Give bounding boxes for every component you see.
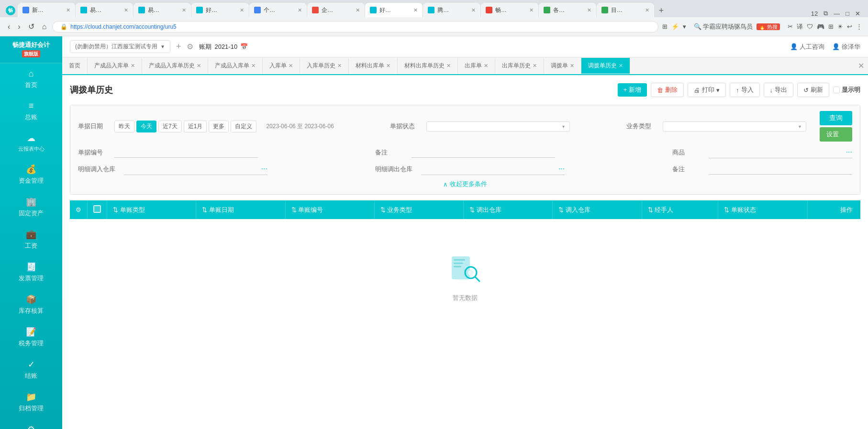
maximize-icon[interactable]: □ <box>846 10 849 17</box>
page-tab-produce-in2-close[interactable]: ✕ <box>251 63 256 69</box>
date-btn-1month[interactable]: 近1月 <box>184 121 207 132</box>
detail-in-input[interactable] <box>124 165 259 173</box>
home-button[interactable]: ⌂ <box>40 21 49 33</box>
close-icon[interactable]: ✕ <box>855 10 860 17</box>
status-select[interactable]: ▾ <box>426 121 570 132</box>
address-input[interactable]: 🔒 https://cloud.chanjet.com/accounting/u… <box>52 21 658 33</box>
print-button[interactable]: 🖨 打印 ▾ <box>688 83 726 97</box>
page-tab-produce-in-history-close[interactable]: ✕ <box>197 63 201 69</box>
page-tab-material-out-close[interactable]: ✕ <box>386 63 390 69</box>
doc-number-input[interactable] <box>114 147 258 158</box>
page-tab-transfer-history-close[interactable]: ✕ <box>619 63 623 69</box>
browser-tab-2[interactable]: 易… ✕ <box>76 3 133 17</box>
page-tab-stock-in-history-close[interactable]: ✕ <box>337 63 342 69</box>
display-toggle[interactable]: 显示明 <box>833 86 860 94</box>
th-checkbox[interactable] <box>88 200 107 219</box>
browser-tab-3[interactable]: 易… ✕ <box>134 3 191 17</box>
calendar-icon[interactable]: 📅 <box>240 43 248 50</box>
sidebar-item-settle[interactable]: ✓ 结账 <box>0 353 62 386</box>
sidebar-item-asset[interactable]: 🏢 固定资产 <box>0 191 62 223</box>
undo-icon[interactable]: ↩ <box>847 23 852 30</box>
detail-out-input[interactable] <box>421 165 556 173</box>
new-button[interactable]: + 新增 <box>618 83 647 97</box>
page-tab-produce-in[interactable]: 产成品入库单 ✕ <box>88 58 142 74</box>
date-btn-today[interactable]: 今天 <box>136 121 156 132</box>
add-company-button[interactable]: + <box>176 42 181 52</box>
scissors-icon[interactable]: ✂ <box>788 23 793 30</box>
browser-tab-6[interactable]: 企… ✕ <box>307 3 365 17</box>
goods-input[interactable] <box>709 149 844 156</box>
biz-type-select[interactable]: ▾ <box>663 121 806 132</box>
restore-icon[interactable]: ⧉ <box>823 10 828 17</box>
collapse-button[interactable]: ∧ 收起更多条件 <box>78 180 852 188</box>
company-selector[interactable]: (勿删勿禁用）江西服宝测试专用 ▼ <box>70 40 170 53</box>
date-btn-custom[interactable]: 自定义 <box>231 121 256 132</box>
th-biz-type[interactable]: ⇅ 业务类型 <box>374 200 463 219</box>
browser-tab-5[interactable]: 个… ✕ <box>249 3 307 17</box>
sidebar-item-inventory[interactable]: 📦 库存核算 <box>0 288 62 321</box>
user-info[interactable]: 👤 徐泽华 <box>832 43 860 51</box>
page-tab-out-order-history[interactable]: 出库单历史 ✕ <box>495 58 544 74</box>
forward-button[interactable]: › <box>16 21 22 33</box>
th-doc-date[interactable]: ⇅ 单账日期 <box>196 200 285 219</box>
th-doc-status[interactable]: ⇅ 单账状态 <box>718 200 807 219</box>
page-tab-out-order-close[interactable]: ✕ <box>484 63 488 69</box>
detail-remarks-input[interactable] <box>709 164 852 175</box>
minimize-icon[interactable]: — <box>834 10 840 17</box>
th-transfer-out[interactable]: ⇅ 调出仓库 <box>464 200 553 219</box>
sidebar-item-home[interactable]: ⌂ 首页 <box>0 63 62 95</box>
settings-gear-icon[interactable]: ⚙ <box>187 42 193 51</box>
browser-tab-9[interactable]: 畅… ✕ <box>481 3 538 17</box>
refresh-button[interactable]: ↺ <box>26 20 36 33</box>
export-button[interactable]: ↓ 导出 <box>764 83 794 97</box>
display-checkbox[interactable] <box>833 87 840 93</box>
sidebar-item-invoice[interactable]: 🧾 发票管理 <box>0 256 62 288</box>
flash-icon[interactable]: ⚡ <box>671 23 679 30</box>
sidebar-item-settings[interactable]: ⚙ 基础设置 <box>0 418 62 429</box>
search-bar[interactable]: 🔍 学霸应聘场驱鸟员 🔥 热搜 <box>694 22 780 31</box>
tab-close-1[interactable]: ✕ <box>66 7 70 13</box>
gamepad-icon[interactable]: 🎮 <box>817 23 824 30</box>
page-tab-out-order-history-close[interactable]: ✕ <box>533 63 537 69</box>
back-button[interactable]: ‹ <box>6 21 12 33</box>
browser-tab-7[interactable]: 好… ✕ <box>365 3 423 17</box>
sidebar-item-ledger[interactable]: ≡ 总账 <box>0 95 62 127</box>
sidebar-item-fund[interactable]: 💰 资金管理 <box>0 158 62 191</box>
browser-tab-1[interactable]: 新… ✕ <box>18 3 75 17</box>
page-tab-home[interactable]: 首页 <box>62 58 88 74</box>
expand-icon[interactable]: ▾ <box>683 23 686 30</box>
page-tab-stock-in[interactable]: 入库单 ✕ <box>263 58 300 74</box>
page-tab-transfer-history[interactable]: 调拨单历史 ✕ <box>581 58 630 74</box>
sidebar-item-archive[interactable]: 📁 归档管理 <box>0 386 62 418</box>
th-doc-type[interactable]: ⇅ 单账类型 <box>107 200 196 219</box>
query-button[interactable]: 查询 <box>820 111 852 125</box>
tab-close-8[interactable]: ✕ <box>471 7 476 13</box>
detail-out-dots-button[interactable]: ··· <box>558 165 565 173</box>
menu-icon[interactable]: ⋮ <box>856 23 862 30</box>
browser-tab-4[interactable]: 好… ✕ <box>191 3 249 17</box>
service-link[interactable]: 👤 人工咨询 <box>790 43 824 51</box>
sidebar-item-tax[interactable]: 📝 税务管理 <box>0 321 62 353</box>
goods-dots-button[interactable]: ··· <box>846 148 852 156</box>
remarks-input[interactable] <box>412 147 555 158</box>
browser-tab-10[interactable]: 各… ✕ <box>539 3 596 17</box>
th-handler[interactable]: ⇅ 经手人 <box>642 200 718 219</box>
page-tab-transfer[interactable]: 调拨单 ✕ <box>544 58 581 74</box>
th-transfer-in[interactable]: ⇅ 调入仓库 <box>553 200 642 219</box>
tab-close-9[interactable]: ✕ <box>529 7 534 13</box>
tab-close-6[interactable]: ✕ <box>356 7 360 13</box>
page-tab-stock-in-history[interactable]: 入库单历史 ✕ <box>300 58 349 74</box>
close-all-tabs-button[interactable]: ✕ <box>854 57 868 74</box>
tab-close-10[interactable]: ✕ <box>587 7 591 13</box>
sidebar-item-wage[interactable]: 💼 工资 <box>0 223 62 256</box>
date-btn-yesterday[interactable]: 昨天 <box>114 121 134 132</box>
tab-close-3[interactable]: ✕ <box>182 7 186 13</box>
date-btn-7days[interactable]: 近7天 <box>158 121 182 132</box>
grid-icon[interactable]: ⊞ <box>828 23 834 30</box>
shield-icon[interactable]: 🛡 <box>807 23 813 30</box>
extensions-icon[interactable]: ⊞ <box>662 23 668 30</box>
th-doc-number[interactable]: ⇅ 单账编号 <box>285 200 374 219</box>
th-gear[interactable]: ⚙ <box>70 200 88 219</box>
tab-close-4[interactable]: ✕ <box>240 7 244 13</box>
page-tab-produce-in2[interactable]: 产成品入库单 ✕ <box>208 58 263 74</box>
